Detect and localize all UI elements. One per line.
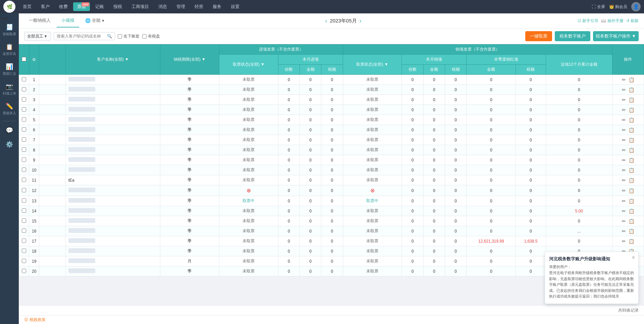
copy-btn[interactable]: 📋 [629, 107, 634, 113]
edit-btn[interactable]: ✏ [622, 168, 626, 173]
next-month-btn[interactable]: › [360, 17, 362, 24]
copy-btn[interactable]: 📋 [629, 239, 634, 244]
copy-btn[interactable]: 📋 [629, 147, 634, 153]
edit-btn[interactable]: ✏ [622, 97, 626, 103]
copy-btn[interactable]: 📋 [629, 178, 634, 183]
nav-item-工商项目[interactable]: 工商项目 [127, 2, 153, 11]
sidebar-item-发票开具[interactable]: 📋发票开具 [1, 41, 18, 59]
row-check[interactable] [22, 239, 26, 243]
row-check[interactable] [22, 208, 26, 213]
row-checkbox[interactable] [19, 105, 29, 115]
edit-btn[interactable]: ✏ [622, 178, 626, 183]
row-check[interactable] [22, 107, 26, 112]
row-check[interactable] [22, 188, 26, 192]
copy-btn[interactable]: 📋 [629, 127, 634, 133]
row-checkbox[interactable] [19, 75, 29, 85]
sidebar-item-扫描上传[interactable]: 📷扫描上传 [1, 80, 18, 99]
row-check[interactable] [22, 249, 26, 253]
row-checkbox[interactable] [19, 256, 29, 266]
row-checkbox[interactable] [19, 95, 29, 105]
row-checkbox[interactable] [19, 175, 29, 185]
copy-btn[interactable]: 📋 [629, 77, 634, 82]
edit-btn[interactable]: ✏ [622, 137, 626, 143]
copy-btn[interactable]: 📋 [629, 87, 634, 92]
copy-btn[interactable]: 📋 [629, 188, 634, 193]
copy-btn[interactable]: 📋 [629, 117, 634, 123]
copy-btn[interactable]: 📋 [629, 168, 634, 173]
copy-btn[interactable]: 📋 [629, 218, 634, 224]
nav-item-经营[interactable]: 经营 [191, 2, 207, 11]
row-checkbox[interactable] [19, 165, 29, 175]
edit-btn[interactable]: ✏ [622, 229, 626, 234]
subordinate-check[interactable] [118, 34, 122, 39]
row-checkbox[interactable] [19, 135, 29, 145]
copy-btn[interactable]: 📋 [629, 157, 634, 163]
edit-btn[interactable]: ✏ [622, 198, 626, 204]
row-check[interactable] [22, 198, 26, 203]
sidebar-bottom-item[interactable]: 💬 [1, 124, 18, 137]
row-check[interactable] [22, 97, 26, 102]
digital-tax-btn[interactable]: 税务数字账户 [555, 31, 590, 41]
edit-btn[interactable]: ✏ [622, 157, 626, 163]
prev-month-btn[interactable]: ‹ [325, 17, 327, 24]
row-checkbox[interactable] [19, 185, 29, 196]
manual-link[interactable]: 📖 操作手册 [601, 18, 623, 24]
nav-item-记账[interactable]: 记账 [91, 2, 108, 11]
row-check[interactable] [22, 259, 26, 263]
one-click-btn[interactable]: 一键取票 [525, 31, 552, 41]
row-check[interactable] [22, 137, 26, 142]
select-all-checkbox[interactable] [22, 57, 26, 61]
nav-item-管理[interactable]: 管理 [172, 2, 189, 11]
nav-item-消息[interactable]: 消息 [154, 2, 171, 11]
row-check[interactable] [22, 218, 26, 223]
nav-item-收费[interactable]: 收费 [55, 2, 72, 11]
tab-全能[interactable]: 🌐 全能 ▾ [80, 14, 109, 27]
sidebar-item-智能取票[interactable]: 🧾智能取票 [1, 21, 18, 39]
copy-btn[interactable]: 📋 [629, 97, 634, 103]
row-check[interactable] [22, 157, 26, 162]
row-check[interactable] [22, 168, 26, 172]
row-check[interactable] [22, 229, 26, 233]
nav-item-报税[interactable]: 报税 [109, 2, 126, 11]
sidebar-bottom-item[interactable]: ⚙️ [1, 138, 18, 151]
row-checkbox[interactable] [19, 266, 29, 276]
subordinate-checkbox[interactable]: 名下账套 [118, 34, 140, 39]
row-check[interactable] [22, 178, 26, 182]
sidebar-item-票据录入[interactable]: ✏️票据录入 [1, 100, 18, 118]
refresh-link[interactable]: ↺ 刷新 [626, 18, 639, 24]
search-input[interactable] [57, 34, 107, 39]
row-checkbox[interactable] [19, 236, 29, 246]
row-check[interactable] [22, 77, 26, 81]
edit-btn[interactable]: ✏ [622, 77, 626, 82]
row-checkbox[interactable] [19, 145, 29, 155]
nav-item-票据[interactable]: 票据new [73, 2, 90, 11]
nav-item-首页[interactable]: 首页 [19, 2, 36, 11]
digital-tax-op-btn[interactable]: 税务数字账户操作 ▼ [593, 31, 639, 41]
row-checkbox[interactable] [19, 196, 29, 206]
row-checkbox[interactable] [19, 206, 29, 216]
edit-btn[interactable]: ✏ [622, 208, 626, 214]
row-checkbox[interactable] [19, 216, 29, 226]
nav-item-客户[interactable]: 客户 [37, 2, 54, 11]
copy-btn[interactable]: 📋 [629, 229, 634, 234]
edit-btn[interactable]: ✏ [622, 218, 626, 224]
row-check[interactable] [22, 117, 26, 122]
row-checkbox[interactable] [19, 125, 29, 135]
tax-policy-bar[interactable]: ⓪ 税政政策 [19, 315, 644, 324]
user-avatar[interactable]: 👤 [631, 2, 641, 11]
new-guide-link[interactable]: ☑ 新手引导 [578, 18, 598, 24]
row-checkbox[interactable] [19, 85, 29, 95]
hastax-checkbox[interactable]: 有税盘 [142, 34, 160, 39]
row-checkbox[interactable] [19, 115, 29, 125]
sidebar-item-票据汇总[interactable]: 📊票据汇总 [1, 60, 18, 79]
edit-btn[interactable]: ✏ [622, 188, 626, 193]
copy-btn[interactable]: 📋 [629, 208, 634, 214]
fullscreen-btn[interactable]: ⛶ 全屏 [592, 4, 605, 10]
tab-小规模[interactable]: 小规模 [57, 14, 79, 27]
row-checkbox[interactable] [19, 226, 29, 236]
employee-select[interactable]: 全部员工 ▾ [24, 32, 51, 41]
notification-close-btn[interactable]: × [632, 255, 635, 261]
edit-btn[interactable]: ✏ [622, 147, 626, 153]
copy-btn[interactable]: 📋 [629, 198, 634, 204]
row-checkbox[interactable] [19, 155, 29, 165]
